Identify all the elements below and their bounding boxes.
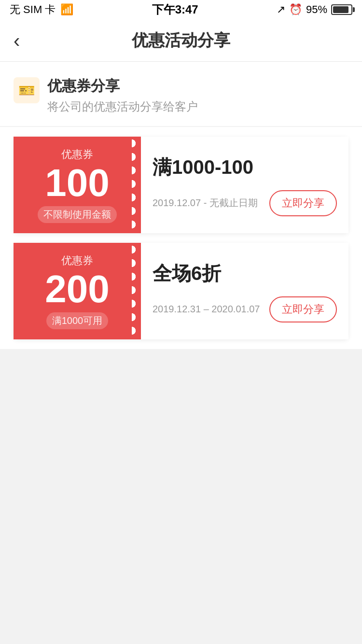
location-icon: ↗ [277, 3, 285, 16]
coupon-card-2: 优惠券 200 满1000可用 全场6折 2019.12.31 – 2020.0… [14, 243, 348, 339]
coupon-label-2: 优惠券 [61, 253, 93, 268]
status-left: 无 SIM 卡 📶 [10, 2, 73, 17]
coupons-area: 优惠券 100 不限制使用金额 满1000-100 2019.12.07 - 无… [0, 127, 362, 349]
section-icon: 🎫 [14, 77, 40, 103]
coupon-amount-2: 200 [45, 270, 109, 308]
coupon-amount-1: 100 [45, 164, 109, 202]
bottom-space [0, 349, 362, 639]
nav-bar: ‹ 优惠活动分享 [0, 19, 362, 62]
coupon-label-1: 优惠券 [61, 147, 93, 162]
coupon-title-1: 满1000-100 [153, 154, 337, 181]
coupon-title-2: 全场6折 [153, 260, 337, 287]
section-title: 优惠券分享 [47, 76, 198, 96]
coupon-left-1: 优惠券 100 不限制使用金额 [14, 137, 141, 233]
status-bar: 无 SIM 卡 📶 下午3:47 ↗ ⏰ 95% [0, 0, 362, 19]
share-button-1[interactable]: 立即分享 [269, 190, 337, 216]
coupon-condition-2: 满1000可用 [46, 312, 109, 329]
coupon-footer-2: 2019.12.31 – 2020.01.07 立即分享 [153, 296, 337, 322]
coupon-card-1: 优惠券 100 不限制使用金额 满1000-100 2019.12.07 - 无… [14, 137, 348, 233]
coupon-date-2: 2019.12.31 – 2020.01.07 [153, 304, 260, 315]
section-header: 🎫 优惠券分享 将公司的优惠活动分享给客户 [0, 62, 362, 126]
wifi-icon: 📶 [60, 3, 73, 16]
alarm-icon: ⏰ [289, 3, 302, 16]
battery-icon [331, 4, 352, 15]
section-subtitle: 将公司的优惠活动分享给客户 [47, 99, 198, 114]
page-title: 优惠活动分享 [132, 29, 230, 52]
coupon-left-2: 优惠券 200 满1000可用 [14, 243, 141, 339]
carrier-text: 无 SIM 卡 [10, 2, 56, 17]
share-button-2[interactable]: 立即分享 [269, 296, 337, 322]
coupon-date-1: 2019.12.07 - 无截止日期 [153, 196, 258, 210]
coupon-right-1: 满1000-100 2019.12.07 - 无截止日期 立即分享 [141, 137, 348, 233]
section-text: 优惠券分享 将公司的优惠活动分享给客户 [47, 76, 198, 114]
coupon-condition-1: 不限制使用金额 [38, 206, 117, 223]
status-right: ↗ ⏰ 95% [277, 3, 352, 16]
coupon-right-2: 全场6折 2019.12.31 – 2020.01.07 立即分享 [141, 243, 348, 339]
status-time: 下午3:47 [152, 2, 198, 17]
back-button[interactable]: ‹ [14, 31, 20, 50]
coupon-footer-1: 2019.12.07 - 无截止日期 立即分享 [153, 190, 337, 216]
battery-percent: 95% [306, 3, 327, 16]
